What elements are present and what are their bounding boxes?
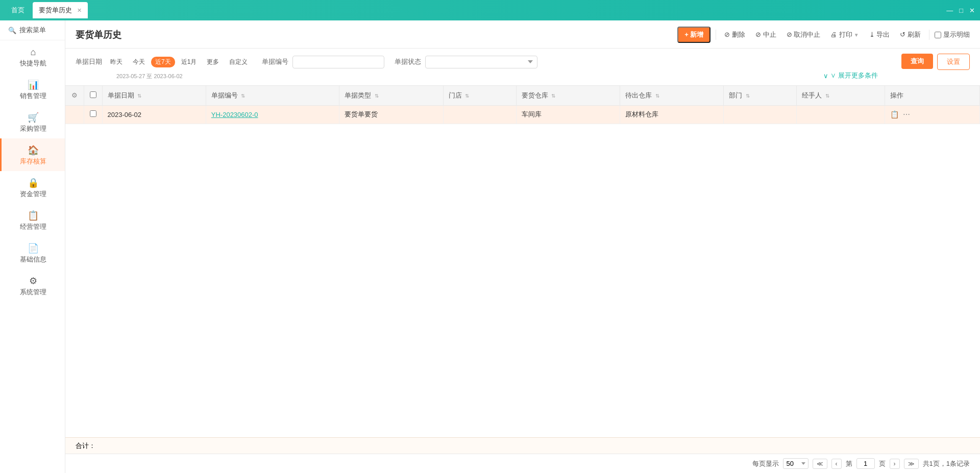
row-op-cell: 📋 ⋯ [890,110,974,119]
page-title: 要货单历史 [76,29,121,41]
query-button[interactable]: 查询 [901,54,933,69]
stop-button[interactable]: ⊘ 中止 [752,28,779,41]
row-settings [65,105,84,124]
row-checkbox-cell [84,105,102,124]
export-label: ⤓ 导出 [869,30,890,39]
sidebar-item-system[interactable]: ⚙ 系统管理 [0,269,65,302]
filter-area: 单据日期 昨天 今天 近7天 近1月 更多 自定义 单据编号 [65,49,980,86]
search-menu-icon: 🔍 [8,27,16,34]
top-bar: 首页 要货单历史 ✕ — □ ✕ [0,0,980,20]
date-btn-7days[interactable]: 近7天 [151,57,175,67]
sort-store-icon[interactable]: ⇅ [465,93,469,99]
sidebar-item-inventory[interactable]: 🏠 库存核算 [0,138,65,171]
first-page-button[interactable]: ≪ [813,459,827,469]
col-department: 部门 ⇅ [724,86,797,105]
sidebar-item-finance[interactable]: 🔒 资金管理 [0,171,65,204]
col-handler: 经手人 ⇅ [797,86,885,105]
status-filter: 单据状态 [395,56,537,68]
date-btn-1month[interactable]: 近1月 [177,57,201,67]
sort-reqwarehouse-icon[interactable]: ⇅ [551,93,555,99]
status-filter-label: 单据状态 [395,57,421,66]
select-all-checkbox[interactable] [90,91,96,98]
filter-sub-row: 2023-05-27 至 2023-06-02 ∨ ∨ 展开更多条件 [76,71,970,80]
print-button[interactable]: 🖨 打印 ▼ [827,28,862,41]
sidebar-item-operations-label: 经营管理 [20,222,46,231]
date-btn-yesterday[interactable]: 昨天 [106,57,127,67]
maximize-icon[interactable]: □ [959,7,963,14]
delete-button[interactable]: ⊘ 删除 [721,28,748,41]
sidebar-search[interactable]: 🔍 搜索菜单 [0,20,65,40]
purchase-icon: 🛒 [28,113,39,122]
sort-department-icon[interactable]: ⇅ [746,93,750,99]
row-pendingwarehouse: 原材料仓库 [620,105,723,124]
sidebar-item-purchase[interactable]: 🛒 采购管理 [0,106,65,138]
docno-input[interactable] [292,56,384,68]
cancel-stop-button[interactable]: ⊘ 取消中止 [783,28,824,41]
page-header: 要货单历史 + 新增 ⊘ 删除 ⊘ 中止 ⊘ 取消中止 🖨 打印 [65,20,980,49]
stop-label: ⊘ 中止 [755,30,776,39]
row-reqwarehouse: 车间库 [516,105,620,124]
sort-docdate-icon[interactable]: ⇅ [137,93,141,99]
sidebar-item-system-label: 系统管理 [20,288,46,297]
tab-history[interactable]: 要货单历史 ✕ [33,2,88,18]
prev-page-button[interactable]: ‹ [831,459,842,469]
date-filter: 单据日期 昨天 今天 近7天 近1月 更多 自定义 [76,57,252,67]
search-menu-label: 搜索菜单 [19,26,46,35]
sidebar-item-operations[interactable]: 📋 经营管理 [0,204,65,236]
window-controls: — □ ✕ [946,7,975,14]
expand-more-icon: ∨ [823,72,828,80]
sidebar-item-basic-info[interactable]: 📄 基础信息 [0,236,65,269]
status-select[interactable] [425,56,537,68]
refresh-button[interactable]: ↺ 刷新 [897,28,924,41]
display-detail-checkbox[interactable] [935,32,941,38]
page-suffix: 页 [879,459,886,468]
operations-icon: 📋 [28,211,39,220]
toolbar: + 新增 ⊘ 删除 ⊘ 中止 ⊘ 取消中止 🖨 打印 ▼ [677,27,970,43]
sales-icon: 📊 [28,80,39,89]
minimize-icon[interactable]: — [946,7,953,14]
col-store: 门店 ⇅ [443,86,516,105]
basic-info-icon: 📄 [28,244,39,253]
page-size-select[interactable]: 50 20 100 200 [783,458,808,469]
last-page-button[interactable]: ≫ [904,459,919,469]
sidebar-item-sales[interactable]: 📊 销售管理 [0,73,65,106]
sidebar-item-inventory-label: 库存核算 [20,157,46,166]
next-page-button[interactable]: › [890,459,900,469]
row-handler [797,105,885,124]
sort-handler-icon[interactable]: ⇅ [825,93,829,99]
expand-more-label: ∨ 展开更多条件 [830,71,878,80]
sort-docno-icon[interactable]: ⇅ [241,93,245,99]
row-checkbox[interactable] [90,110,96,117]
row-docdate: 2023-06-02 [102,105,206,124]
row-view-icon[interactable]: 📋 [890,110,899,119]
sidebar-item-purchase-label: 采购管理 [20,124,46,133]
tab-home-label: 首页 [11,6,24,15]
sort-pendingwarehouse-icon[interactable]: ⇅ [655,93,659,99]
display-detail-toggle[interactable]: 显示明细 [935,30,970,39]
data-table: ⚙ 单据日期 ⇅ 单据编号 ⇅ 单据类型 [65,86,980,124]
sidebar-item-quick-nav[interactable]: ⌂ 快捷导航 [0,40,65,73]
sidebar-item-quick-nav-label: 快捷导航 [20,59,46,68]
table-header-row: ⚙ 单据日期 ⇅ 单据编号 ⇅ 单据类型 [65,86,980,105]
new-button[interactable]: + 新增 [677,27,710,43]
date-btn-today[interactable]: 今天 [129,57,149,67]
page-number-input[interactable] [856,458,875,469]
table-container: ⚙ 单据日期 ⇅ 单据编号 ⇅ 单据类型 [65,86,980,437]
tab-close-icon[interactable]: ✕ [77,7,82,14]
date-btn-more[interactable]: 更多 [203,57,223,67]
expand-more-button[interactable]: ∨ ∨ 展开更多条件 [823,71,878,80]
close-icon[interactable]: ✕ [969,7,975,14]
row-docno-link[interactable]: YH-20230602-0 [211,111,258,119]
date-btn-custom[interactable]: 自定义 [225,57,252,67]
table-settings-col[interactable]: ⚙ [65,86,84,105]
col-docdate: 单据日期 ⇅ [102,86,206,105]
tab-home[interactable]: 首页 [5,2,31,18]
sort-doctype-icon[interactable]: ⇅ [375,93,379,99]
filter-row-1: 单据日期 昨天 今天 近7天 近1月 更多 自定义 单据编号 [76,54,970,70]
row-operation: 📋 ⋯ [885,105,980,124]
sidebar-item-basic-info-label: 基础信息 [20,255,46,264]
row-more-icon[interactable]: ⋯ [903,110,910,119]
export-button[interactable]: ⤓ 导出 [866,28,893,41]
main-layout: 🔍 搜索菜单 ⌂ 快捷导航 📊 销售管理 🛒 采购管理 🏠 库存核算 🔒 资金管… [0,20,980,473]
filter-settings-button[interactable]: 设置 [937,54,970,70]
